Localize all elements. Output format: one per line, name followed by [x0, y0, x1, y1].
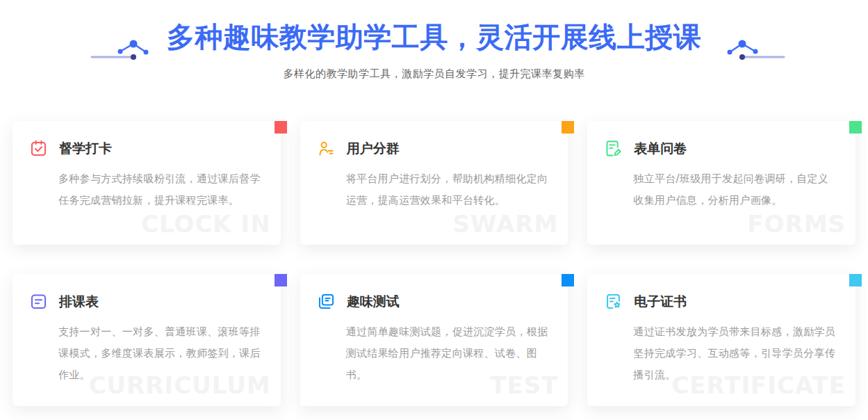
feature-card-curriculum: 排课表 支持一对一、一对多、普通班课、滚班等排课模式，多维度课表展示，教师签到，… — [13, 274, 281, 406]
feature-card-clock-in: 督学打卡 多种参与方式持续吸粉引流，通过课后督学任务完成营销拉新，提升课程完课率… — [13, 121, 281, 245]
feature-card-grid: 督学打卡 多种参与方式持续吸粉引流，通过课后督学任务完成营销拉新，提升课程完课率… — [0, 121, 868, 406]
corner-accent-square — [562, 121, 574, 134]
card-title: 排课表 — [59, 293, 99, 311]
card-header: 趣味测试 — [317, 292, 555, 311]
line-chart-decoration-left — [90, 31, 167, 65]
feature-card-test: 趣味测试 通过简单趣味测试题，促进沉淀学员，根据测试结果给用户推荐定向课程、试卷… — [300, 274, 568, 406]
card-description: 独立平台/班级用于发起问卷调研，自定义收集用户信息，分析用户画像。 — [633, 168, 842, 211]
feature-card-forms: 表单问卷 独立平台/班级用于发起问卷调研，自定义收集用户信息，分析用户画像。 F… — [587, 121, 855, 245]
feature-card-swarm: 用户分群 将平台用户进行划分，帮助机构精细化定向运营，提高运营效果和平台转化。 … — [300, 121, 568, 245]
card-header: 电子证书 — [604, 292, 842, 311]
hero-section: 多种趣味教学助学工具，灵活开展线上授课 多样化的教学助学工具，激励学员自发学习，… — [0, 0, 868, 81]
certificate-star-icon — [604, 292, 623, 311]
card-header: 表单问卷 — [604, 139, 842, 158]
card-watermark: FORMS — [747, 210, 846, 238]
card-title: 督学打卡 — [59, 140, 112, 158]
calendar-check-icon — [29, 139, 48, 158]
line-chart-decoration-right — [709, 31, 785, 65]
card-header: 排课表 — [29, 292, 267, 311]
corner-accent-square — [275, 274, 287, 286]
corner-accent-square — [562, 274, 574, 286]
card-watermark: CURRICULUM — [89, 371, 271, 399]
form-pencil-icon — [604, 139, 623, 158]
card-watermark: TEST — [490, 371, 558, 399]
card-header: 用户分群 — [317, 139, 555, 158]
card-title: 表单问卷 — [634, 140, 687, 158]
corner-accent-square — [849, 121, 862, 134]
corner-accent-square — [849, 274, 862, 286]
card-watermark: SWARM — [453, 210, 559, 238]
card-watermark: CLOCK IN — [141, 210, 271, 238]
card-header: 督学打卡 — [29, 139, 267, 158]
corner-accent-square — [275, 121, 287, 134]
quiz-stack-icon — [317, 292, 336, 311]
card-title: 趣味测试 — [347, 293, 400, 311]
schedule-icon — [29, 292, 48, 311]
card-title: 电子证书 — [634, 293, 687, 311]
user-group-icon — [317, 139, 336, 158]
page-subtitle: 多样化的教学助学工具，激励学员自发学习，提升完课率复购率 — [0, 67, 868, 81]
card-title: 用户分群 — [347, 140, 400, 158]
card-description: 将平台用户进行划分，帮助机构精细化定向运营，提高运营效果和平台转化。 — [346, 168, 555, 211]
card-watermark: CERTIFICATE — [671, 371, 846, 399]
card-description: 多种参与方式持续吸粉引流，通过课后督学任务完成营销拉新，提升课程完课率。 — [58, 168, 267, 211]
feature-card-certificate: 电子证书 通过证书发放为学员带来目标感，激励学员坚持完成学习、互动感等，引导学员… — [587, 274, 855, 406]
